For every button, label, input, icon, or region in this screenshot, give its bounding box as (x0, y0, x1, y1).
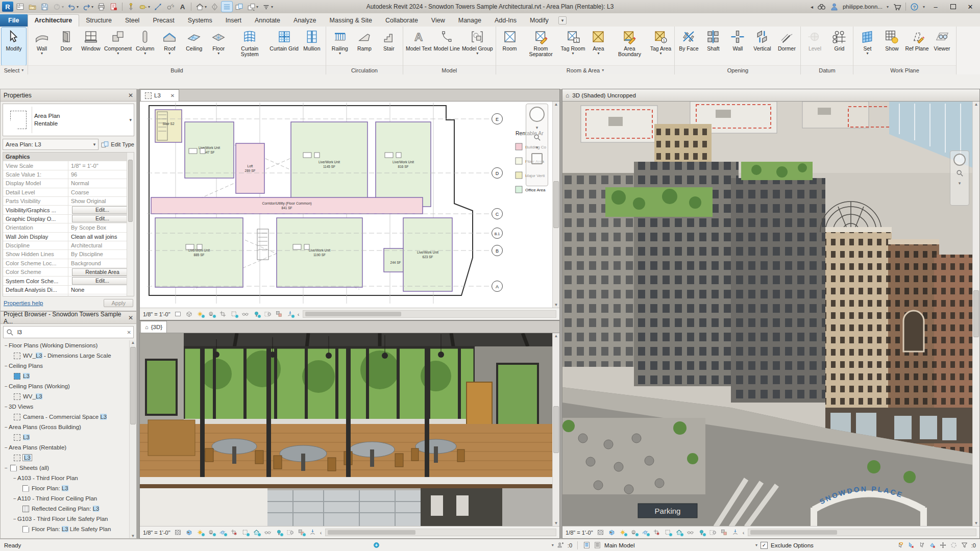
plan-room[interactable]: Corridor/Utility (Floor Common)841 SF (151, 197, 423, 214)
temporary-hide-isolate-icon[interactable] (253, 310, 260, 318)
property-value[interactable]: By Discipline (68, 250, 134, 258)
ribbon-button-menu-arrow[interactable]: ▾ (476, 52, 478, 55)
thin-lines-icon[interactable] (222, 2, 232, 12)
default-3d-view-icon-menu-arrow[interactable]: ▾ (205, 5, 207, 9)
property-value[interactable]: 1/8" = 1'-0" (68, 161, 134, 169)
tree-item[interactable]: −Floor Plans (Working Dimensions) (1, 340, 136, 350)
tree-item[interactable]: WV_L3 (1, 391, 136, 402)
plan-room[interactable]: Live/Work Unit1145 SF (291, 122, 368, 207)
interior-hscroll-left-icon[interactable]: ‹ (320, 530, 322, 536)
properties-header[interactable]: Properties ✕ (1, 89, 136, 102)
ribbon-button-wall[interactable]: Wall (725, 28, 750, 65)
modal-tab-menu[interactable]: ▾ (558, 16, 567, 24)
temporary-hide-isolate-icon[interactable] (698, 529, 705, 536)
ribbon-button-vertical[interactable]: Vertical (750, 28, 774, 65)
worksets-icon[interactable] (557, 541, 565, 549)
property-value[interactable]: By Scope Box (68, 223, 134, 232)
interior-horizontal-scrollbar[interactable] (325, 529, 556, 536)
close-inactive-views-icon[interactable] (108, 2, 119, 12)
active-workset-icon[interactable] (583, 541, 591, 549)
displacement-icon[interactable] (309, 529, 316, 536)
status-center-icon[interactable] (373, 541, 380, 549)
tab-analyze[interactable]: Analyze (287, 15, 323, 27)
property-value[interactable]: Clean all wall joins (68, 233, 134, 241)
tab-structure[interactable]: Structure (79, 15, 118, 27)
save-orientation-icon[interactable] (253, 529, 260, 536)
ribbon-button-tag-room[interactable]: 1Tag Room▾ (560, 28, 586, 65)
selection-box-icon[interactable] (709, 529, 717, 536)
ribbon-panel-label[interactable]: Datum (801, 65, 853, 74)
tab-file[interactable]: File (0, 14, 28, 27)
ribbon-button-menu-arrow[interactable]: ▾ (866, 52, 868, 55)
worksharing-display-icon[interactable] (720, 529, 728, 536)
exterior-navigation-bar[interactable]: ▾ (950, 151, 969, 206)
transparency-icon[interactable] (597, 529, 604, 536)
property-value[interactable]: Architectural (68, 241, 134, 249)
tree-item[interactable]: WV_L3 - Dimensions Large Scale (1, 350, 136, 361)
section-icon[interactable] (209, 2, 220, 12)
ribbon-button-menu-arrow[interactable]: ▾ (41, 52, 43, 55)
plan-room[interactable]: Live/Work Unit885 SF (155, 218, 243, 287)
tab-insert[interactable]: Insert (219, 15, 248, 27)
property-value[interactable]: Background (68, 259, 134, 267)
default-3d-view-icon[interactable]: ▾ (194, 2, 208, 12)
browser-search-box[interactable]: ✕ (3, 326, 134, 338)
graphics-section-header[interactable]: Graphics (3, 153, 134, 161)
plan-hscroll-left-icon[interactable]: ‹ (298, 311, 300, 317)
plan-room[interactable]: Stair S2 (155, 110, 182, 142)
user-menu-arrow[interactable]: ▾ (887, 5, 889, 9)
ribbon-button-shaft[interactable]: Shaft (701, 28, 725, 65)
ribbon-panel-label[interactable]: Room & Area▾ (496, 65, 675, 74)
ribbon-button-menu-arrow[interactable]: ▾ (339, 52, 341, 55)
tree-item[interactable]: −G103 - Third Floor Life Safety Plan (1, 514, 136, 524)
aligned-dimension-icon[interactable] (153, 2, 163, 12)
ribbon-panel-label[interactable]: Model (403, 65, 496, 74)
tree-item[interactable]: −Ceiling Plans (1, 361, 136, 371)
tree-collapse-icon[interactable]: − (4, 384, 9, 389)
restore-button[interactable] (946, 2, 960, 12)
minimize-button[interactable]: – (929, 2, 942, 12)
tree-item[interactable]: −Ceiling Plans (Working) (1, 381, 136, 391)
edit-type-button[interactable]: Edit Type (101, 140, 134, 149)
ribbon-button-ref-plane[interactable]: Ref Plane (904, 28, 929, 65)
customize-qat-icon[interactable]: ▾ (261, 2, 274, 12)
tree-item[interactable]: −Area Plans (Rentable) (1, 442, 136, 453)
tab-manage[interactable]: Manage (452, 15, 488, 27)
ribbon-button-set[interactable]: Set▾ (855, 28, 879, 65)
apply-button[interactable]: Apply (104, 299, 133, 307)
ribbon-button-menu-arrow[interactable]: ▾ (659, 52, 662, 55)
design-options-icon[interactable] (594, 541, 601, 549)
sync-with-central-icon[interactable]: ▾ (52, 2, 65, 12)
undo-icon-menu-arrow[interactable]: ▾ (77, 5, 79, 9)
ribbon-button-curtain-system[interactable]: Curtain System (231, 28, 268, 65)
redo-icon-menu-arrow[interactable]: ▾ (91, 5, 93, 9)
ribbon-button-ceiling[interactable]: Ceiling (182, 28, 206, 65)
plan-room[interactable]: Live/Work Unit816 SF (376, 122, 431, 207)
save-orientation-icon[interactable] (675, 529, 683, 536)
ribbon-button-by-face[interactable]: By Face (676, 28, 701, 65)
ribbon-button-level[interactable]: Level (802, 28, 827, 65)
pan-icon[interactable] (531, 153, 543, 164)
exterior-canvas[interactable]: Parking SNOWDON PLACE ▾ ▲▼ (562, 102, 979, 526)
tab-3d[interactable]: ⌂ {3D} (140, 321, 167, 333)
tree-collapse-icon[interactable]: − (4, 424, 9, 430)
property-edit-button[interactable]: Edit... (72, 206, 133, 214)
tab-modify[interactable]: Modify (523, 15, 555, 27)
zoom-icon[interactable] (533, 133, 542, 142)
property-value[interactable]: Coarse (68, 188, 134, 196)
exterior-scale-label[interactable]: 1/8" = 1'-0" (566, 530, 593, 536)
project-browser-close-icon[interactable]: ✕ (128, 314, 133, 321)
tree-collapse-icon[interactable]: − (4, 343, 9, 348)
tree-collapse-icon[interactable]: − (4, 465, 9, 471)
plan-vertical-scrollbar[interactable]: ▲▼ (552, 102, 559, 308)
exterior-view-titlebar[interactable]: ⌂ 3D (Shaded) Uncropped (562, 89, 979, 102)
tree-item[interactable]: L3 (1, 432, 136, 442)
exterior-vertical-scrollbar[interactable]: ▲▼ (972, 102, 979, 526)
visual-style-shaded-icon[interactable] (608, 529, 616, 536)
navbar-menu-arrow[interactable]: ▾ (959, 181, 961, 186)
displacement-icon[interactable] (731, 529, 739, 536)
search-help-icon[interactable] (817, 3, 826, 11)
shadows-icon[interactable] (630, 529, 638, 536)
open-icon[interactable] (27, 2, 38, 12)
ribbon-button-window[interactable]: Window (79, 28, 103, 65)
